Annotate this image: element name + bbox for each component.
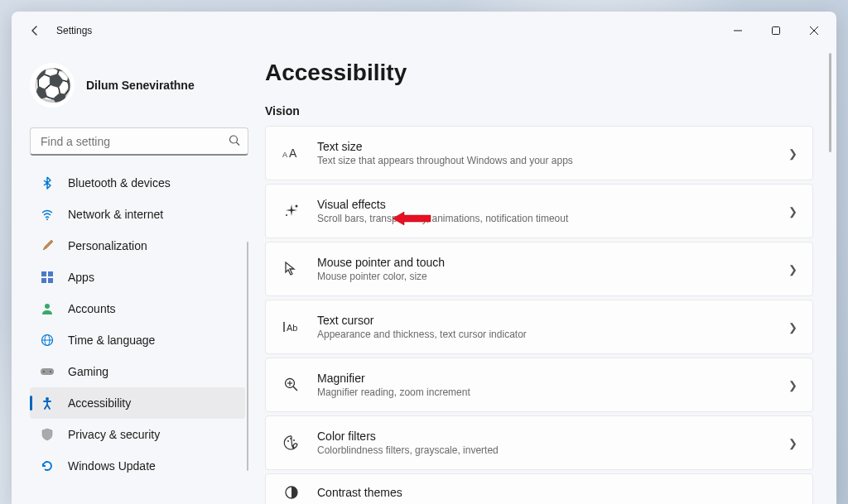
svg-text:Ab: Ab bbox=[287, 323, 297, 333]
chevron-right-icon: ❯ bbox=[788, 205, 797, 218]
svg-point-29 bbox=[293, 439, 295, 441]
card-magnifier[interactable]: Magnifier Magnifier reading, zoom increm… bbox=[265, 358, 813, 412]
card-title: Color filters bbox=[317, 430, 788, 443]
sidebar-item-accounts[interactable]: Accounts bbox=[30, 293, 245, 324]
search-input[interactable] bbox=[30, 127, 248, 156]
sidebar-item-label: Bluetooth & devices bbox=[68, 176, 171, 190]
sidebar-item-gaming[interactable]: Gaming bbox=[30, 356, 245, 387]
section-label: Vision bbox=[265, 104, 813, 118]
text-size-icon: AA bbox=[281, 146, 302, 160]
svg-point-27 bbox=[287, 440, 289, 442]
sidebar-item-apps[interactable]: Apps bbox=[30, 262, 245, 293]
sidebar-item-network[interactable]: Network & internet bbox=[30, 199, 245, 230]
magnifier-icon bbox=[281, 377, 302, 393]
svg-line-3 bbox=[237, 142, 240, 146]
chevron-right-icon: ❯ bbox=[788, 263, 797, 276]
search-box bbox=[30, 127, 248, 156]
svg-rect-7 bbox=[41, 278, 46, 283]
main-scrollbar[interactable] bbox=[829, 53, 831, 152]
brush-icon bbox=[40, 238, 55, 253]
sidebar-item-label: Accounts bbox=[68, 302, 116, 315]
sidebar-item-label: Time & language bbox=[68, 334, 155, 347]
titlebar: Settings bbox=[12, 12, 836, 50]
sidebar-item-label: Personalization bbox=[68, 239, 147, 252]
settings-window: Settings ⚽ Dilum Senevirathne Blueto bbox=[12, 12, 836, 504]
card-title: Text size bbox=[317, 140, 788, 153]
minimize-button[interactable] bbox=[719, 17, 757, 44]
card-desc: Magnifier reading, zoom increment bbox=[317, 386, 788, 398]
svg-point-19 bbox=[296, 205, 298, 208]
chevron-right-icon: ❯ bbox=[788, 321, 797, 334]
sidebar-item-label: Apps bbox=[68, 271, 94, 284]
window-title: Settings bbox=[56, 25, 92, 36]
svg-text:A: A bbox=[289, 146, 297, 160]
username: Dilum Senevirathne bbox=[86, 79, 195, 92]
main-content: Accessibility Vision AA Text size Text s… bbox=[260, 50, 836, 504]
update-icon bbox=[40, 458, 55, 473]
text-cursor-icon: Ab bbox=[281, 320, 302, 334]
card-desc: Colorblindness filters, grayscale, inver… bbox=[317, 444, 788, 456]
card-desc: Scroll bars, transparency, animations, n… bbox=[317, 213, 788, 224]
sidebar-item-label: Windows Update bbox=[68, 459, 156, 473]
card-visual-effects[interactable]: Visual effects Scroll bars, transparency… bbox=[265, 184, 813, 238]
sidebar-scrollbar[interactable] bbox=[247, 242, 248, 471]
svg-point-2 bbox=[230, 136, 238, 143]
svg-line-24 bbox=[293, 386, 297, 391]
nav: Bluetooth & devices Network & internet P… bbox=[30, 167, 248, 504]
svg-rect-5 bbox=[41, 271, 46, 276]
card-mouse-pointer[interactable]: Mouse pointer and touch Mouse pointer co… bbox=[265, 242, 813, 296]
sidebar-item-personalization[interactable]: Personalization bbox=[30, 230, 245, 262]
svg-text:A: A bbox=[282, 151, 287, 159]
card-text-size[interactable]: AA Text size Text size that appears thro… bbox=[265, 126, 813, 180]
avatar: ⚽ bbox=[30, 63, 75, 108]
palette-icon bbox=[281, 434, 302, 451]
sidebar-item-label: Network & internet bbox=[68, 208, 163, 221]
svg-rect-1 bbox=[773, 27, 780, 35]
sparkle-icon bbox=[281, 203, 302, 219]
search-icon bbox=[229, 135, 240, 149]
card-desc: Text size that appears throughout Window… bbox=[317, 155, 788, 166]
svg-point-4 bbox=[46, 218, 48, 220]
sidebar-item-label: Privacy & security bbox=[68, 428, 160, 441]
svg-point-20 bbox=[286, 214, 287, 216]
card-title: Mouse pointer and touch bbox=[317, 256, 788, 269]
card-desc: Appearance and thickness, text cursor in… bbox=[317, 329, 788, 340]
card-contrast-themes[interactable]: Contrast themes bbox=[265, 473, 813, 504]
window-controls bbox=[719, 17, 833, 44]
sidebar-item-privacy[interactable]: Privacy & security bbox=[30, 419, 245, 450]
bluetooth-icon bbox=[40, 175, 55, 190]
contrast-icon bbox=[281, 485, 302, 500]
chevron-right-icon: ❯ bbox=[788, 147, 797, 160]
sidebar-item-label: Gaming bbox=[68, 365, 108, 378]
accessibility-icon bbox=[40, 396, 55, 410]
card-color-filters[interactable]: Color filters Colorblindness filters, gr… bbox=[265, 415, 813, 470]
card-title: Contrast themes bbox=[317, 486, 797, 499]
sidebar-item-accessibility[interactable]: Accessibility bbox=[30, 387, 245, 419]
svg-point-9 bbox=[45, 304, 50, 309]
back-button[interactable] bbox=[23, 19, 46, 42]
maximize-button[interactable] bbox=[757, 17, 795, 44]
gamepad-icon bbox=[40, 364, 55, 379]
chevron-right-icon: ❯ bbox=[788, 379, 797, 391]
profile[interactable]: ⚽ Dilum Senevirathne bbox=[30, 58, 248, 113]
wifi-icon bbox=[40, 207, 55, 222]
chevron-right-icon: ❯ bbox=[788, 437, 797, 449]
sidebar-item-update[interactable]: Windows Update bbox=[30, 450, 245, 482]
card-desc: Mouse pointer color, size bbox=[317, 271, 788, 282]
svg-rect-6 bbox=[48, 271, 53, 276]
cursor-icon bbox=[281, 261, 302, 277]
sidebar-item-bluetooth[interactable]: Bluetooth & devices bbox=[30, 167, 245, 199]
card-text-cursor[interactable]: Ab Text cursor Appearance and thickness,… bbox=[265, 300, 813, 354]
svg-rect-13 bbox=[41, 368, 54, 375]
sidebar-item-time[interactable]: Time & language bbox=[30, 324, 245, 356]
close-button[interactable] bbox=[795, 17, 833, 44]
page-title: Accessibility bbox=[265, 60, 813, 86]
sidebar-item-label: Accessibility bbox=[68, 396, 131, 410]
svg-point-15 bbox=[50, 371, 51, 372]
svg-point-14 bbox=[43, 371, 45, 372]
card-title: Magnifier bbox=[317, 372, 788, 385]
svg-rect-8 bbox=[48, 278, 53, 283]
card-title: Visual effects bbox=[317, 198, 788, 211]
apps-icon bbox=[40, 270, 55, 285]
globe-icon bbox=[40, 333, 55, 348]
